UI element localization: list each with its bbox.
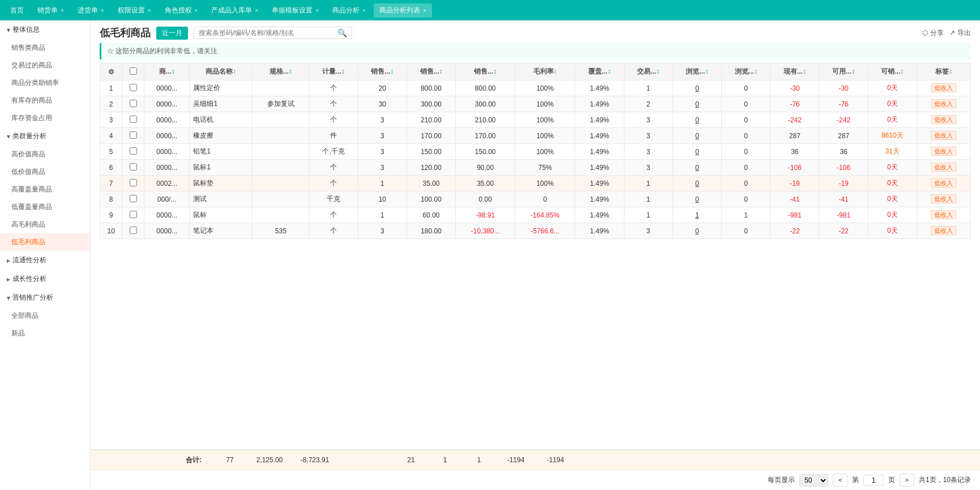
sidebar-item-category-rate[interactable]: 商品分类助销率	[0, 74, 90, 92]
row-browse1[interactable]: 0	[673, 128, 721, 144]
row-browse1[interactable]: 0	[673, 144, 721, 160]
close-icon[interactable]: ×	[101, 7, 104, 14]
col-tag[interactable]: 标签↕	[917, 63, 970, 80]
col-settings[interactable]: ⚙	[100, 63, 122, 80]
row-browse1[interactable]: 0	[673, 80, 721, 96]
row-checkbox[interactable]	[122, 191, 144, 207]
sidebar-item-sales-goods[interactable]: 销售类商品	[0, 39, 90, 57]
row-select-checkbox[interactable]	[130, 163, 137, 171]
close-icon[interactable]: ×	[423, 7, 426, 14]
row-margin: 100%	[515, 144, 575, 160]
per-page-select[interactable]: 50 20 100	[799, 474, 828, 487]
col-avail[interactable]: 可用...↕	[819, 63, 868, 80]
col-salable[interactable]: 可销...↕	[868, 63, 917, 80]
row-checkbox[interactable]	[122, 112, 144, 128]
sidebar-item-low-coverage[interactable]: 低覆盖量商品	[0, 198, 90, 216]
col-code[interactable]: 商...↕	[144, 63, 190, 80]
row-checkbox[interactable]	[122, 80, 144, 96]
sidebar-item-high-margin[interactable]: 高毛利商品	[0, 216, 90, 233]
search-box[interactable]: 🔍	[194, 27, 352, 39]
col-unit[interactable]: 计量...↕	[309, 63, 358, 80]
row-amount: 800.00	[456, 80, 515, 96]
share-button[interactable]: ⬡ 分享	[922, 28, 944, 38]
col-browse2[interactable]: 浏览...↕	[722, 63, 771, 80]
close-icon[interactable]: ×	[315, 7, 319, 14]
row-unit: 件	[309, 128, 358, 144]
table-container[interactable]: ⚙ 商...↕ 商品名称↕ 规格...↕ 计量...↕ 销售...↕ 销售...…	[91, 63, 980, 449]
select-all-checkbox[interactable]	[130, 67, 137, 75]
sidebar-item-low-value[interactable]: 低价值商品	[0, 163, 90, 181]
col-name[interactable]: 商品名称↕	[190, 63, 253, 80]
row-checkbox[interactable]	[122, 144, 144, 160]
sidebar-item-new-products[interactable]: 新品	[0, 325, 90, 342]
nav-role-auth[interactable]: 角色授权 ×	[159, 3, 204, 18]
close-icon[interactable]: ×	[195, 7, 198, 14]
row-checkbox[interactable]	[122, 96, 144, 112]
nav-sales-order[interactable]: 销货单 ×	[32, 3, 70, 18]
col-tx[interactable]: 交易...↕	[624, 63, 673, 80]
sidebar-item-high-value[interactable]: 高价值商品	[0, 146, 90, 163]
sidebar-item-inventory-capital[interactable]: 库存资金占用	[0, 109, 90, 127]
col-browse1[interactable]: 浏览...↕	[673, 63, 721, 80]
next-page-button[interactable]: ＞	[900, 474, 914, 487]
col-stock[interactable]: 现有...↕	[771, 63, 819, 80]
row-checkbox[interactable]	[122, 176, 144, 191]
close-icon[interactable]: ×	[255, 7, 258, 14]
sidebar-item-traded-goods[interactable]: 交易过的商品	[0, 57, 90, 74]
sidebar-group-overall[interactable]: ▾ 整体信息	[0, 20, 90, 39]
row-select-checkbox[interactable]	[130, 227, 137, 234]
col-price[interactable]: 销售...↕	[406, 63, 455, 80]
row-tx: 1	[624, 191, 673, 207]
row-select-checkbox[interactable]	[130, 116, 137, 123]
nav-product-entry[interactable]: 产成品入库单 ×	[206, 3, 264, 18]
row-select-checkbox[interactable]	[130, 147, 137, 155]
row-browse1[interactable]: 0	[673, 160, 721, 176]
search-input[interactable]	[199, 29, 337, 37]
nav-product-analysis-list[interactable]: 商品分析列表 ×	[374, 3, 432, 18]
row-select-checkbox[interactable]	[130, 179, 137, 186]
nav-home[interactable]: 首页	[5, 3, 29, 18]
sidebar-group-marketing[interactable]: ▾ 营销推广分析	[0, 288, 90, 307]
nav-permission[interactable]: 权限设置 ×	[112, 3, 157, 18]
col-spec[interactable]: 规格...↕	[253, 63, 309, 80]
col-margin-rate[interactable]: 毛利率↕	[515, 63, 575, 80]
current-page-input[interactable]	[863, 475, 884, 486]
date-filter-button[interactable]: 近一月	[156, 27, 188, 40]
sidebar-item-in-stock[interactable]: 有库存的商品	[0, 92, 90, 109]
row-checkbox[interactable]	[122, 160, 144, 176]
prev-page-button[interactable]: ＜	[833, 474, 848, 487]
row-browse1[interactable]: 0	[673, 112, 721, 128]
close-icon[interactable]: ×	[61, 7, 64, 14]
row-select-checkbox[interactable]	[130, 131, 137, 139]
col-qty[interactable]: 销售...↕	[358, 63, 406, 80]
row-select-checkbox[interactable]	[130, 84, 137, 91]
row-browse1[interactable]: 0	[673, 96, 721, 112]
sidebar-group-growth[interactable]: ▸ 成长性分析	[0, 270, 90, 288]
row-select-checkbox[interactable]	[130, 100, 137, 107]
close-icon[interactable]: ×	[362, 7, 366, 14]
row-browse1[interactable]: 0	[673, 223, 721, 239]
close-icon[interactable]: ×	[148, 7, 151, 14]
nav-template-settings[interactable]: 单据模板设置 ×	[266, 3, 324, 18]
row-checkbox[interactable]	[122, 223, 144, 239]
row-browse1[interactable]: 0	[673, 176, 721, 191]
sidebar-group-cluster[interactable]: ▾ 类群量分析	[0, 127, 90, 146]
row-browse1[interactable]: 0	[673, 191, 721, 207]
col-checkbox[interactable]	[122, 63, 144, 80]
row-stock: -242	[771, 112, 819, 128]
export-button[interactable]: ↗ 导出	[949, 28, 971, 38]
col-gross[interactable]: 覆盖...↕	[575, 63, 624, 80]
nav-product-analysis[interactable]: 商品分析 ×	[327, 3, 371, 18]
sidebar-item-high-coverage[interactable]: 高覆盖量商品	[0, 181, 90, 198]
sidebar-item-low-margin[interactable]: 低毛利商品	[0, 233, 90, 251]
col-amount[interactable]: 销售...↕	[456, 63, 515, 80]
row-checkbox[interactable]	[122, 128, 144, 144]
sidebar-item-all-products[interactable]: 全部商品	[0, 307, 90, 325]
row-browse1[interactable]: 1	[673, 207, 721, 223]
sidebar-group-circulation[interactable]: ▸ 流通性分析	[0, 251, 90, 270]
row-select-checkbox[interactable]	[130, 211, 137, 218]
row-checkbox[interactable]	[122, 207, 144, 223]
row-avail: -242	[819, 112, 868, 128]
row-select-checkbox[interactable]	[130, 195, 137, 202]
nav-purchase-order[interactable]: 进货单 ×	[72, 3, 110, 18]
